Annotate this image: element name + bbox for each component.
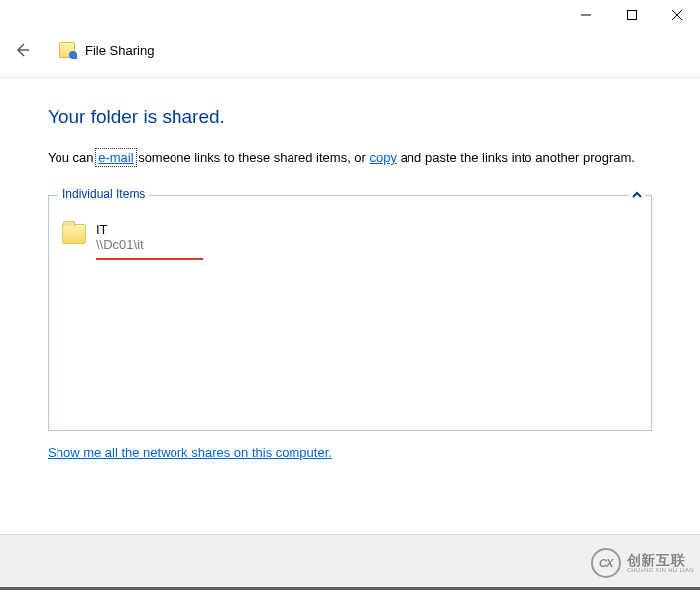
- item-path-highlight: [96, 258, 203, 260]
- window-titlebar: [0, 0, 700, 30]
- header-row: File Sharing: [0, 30, 700, 69]
- content-area: Your folder is shared. You can e-mail so…: [0, 78, 700, 460]
- show-all-shares-link[interactable]: Show me all the network shares on this c…: [48, 445, 332, 460]
- items-legend: Individual Items: [58, 187, 149, 201]
- app-title: File Sharing: [85, 43, 154, 58]
- body-text-fragment: and paste the links into another program…: [397, 150, 635, 165]
- individual-items-panel: Individual Items IT \\Dc01\it: [48, 195, 652, 431]
- body-paragraph: You can e-mail someone links to these sh…: [48, 148, 652, 168]
- email-link[interactable]: e-mail: [97, 150, 134, 165]
- items-list: IT \\Dc01\it: [49, 196, 651, 430]
- footer-band: CX 创新互联 CHUANG XIN HU LIAN: [0, 534, 700, 586]
- item-name: IT: [96, 222, 203, 237]
- file-sharing-icon: [59, 42, 75, 58]
- item-path: \\Dc01\it: [96, 237, 203, 252]
- copy-link[interactable]: copy: [370, 150, 397, 165]
- close-button[interactable]: [654, 0, 700, 30]
- item-text-block: IT \\Dc01\it: [96, 222, 203, 260]
- minimize-button[interactable]: [563, 0, 609, 30]
- watermark: CX 创新互联 CHUANG XIN HU LIAN: [591, 548, 694, 578]
- watermark-logo: CX: [591, 548, 621, 578]
- svg-rect-1: [628, 11, 637, 20]
- back-arrow-icon[interactable]: [12, 42, 32, 58]
- shared-item[interactable]: IT \\Dc01\it: [62, 222, 642, 260]
- watermark-cn: 创新互联: [627, 553, 694, 567]
- body-text-fragment: You can: [48, 150, 97, 165]
- collapse-chevron-icon[interactable]: [628, 188, 645, 204]
- watermark-en: CHUANG XIN HU LIAN: [627, 567, 694, 573]
- page-headline: Your folder is shared.: [48, 106, 652, 128]
- body-text-fragment: someone links to these shared items, or: [135, 150, 370, 165]
- watermark-text: 创新互联 CHUANG XIN HU LIAN: [627, 553, 694, 573]
- maximize-button[interactable]: [609, 0, 654, 30]
- folder-icon: [62, 224, 86, 244]
